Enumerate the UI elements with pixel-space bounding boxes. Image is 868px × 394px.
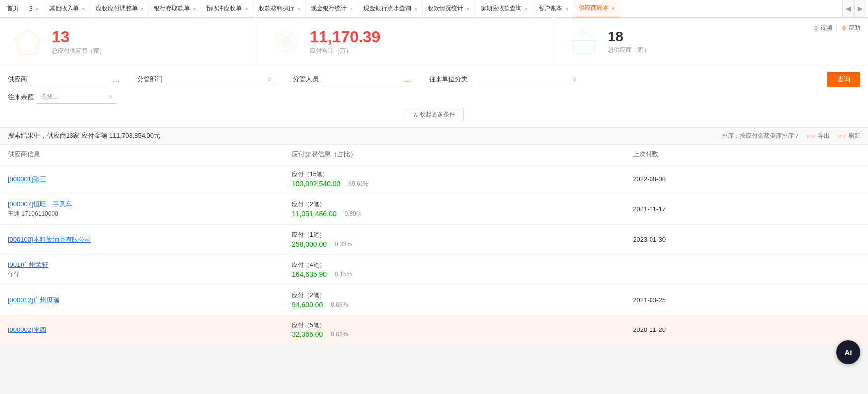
svg-marker-1 bbox=[19, 33, 37, 52]
nav-tab-3-label: 3 bbox=[29, 5, 33, 12]
payable-total-label: 应付合计（万） bbox=[310, 47, 380, 55]
last-pay-date-0: 2022-08-08 bbox=[633, 175, 666, 183]
results-bar: 搜索结果中，供应商13家 应付金额 111,703,854.00元 排序：按应付… bbox=[0, 128, 868, 145]
balance-filter-select[interactable]: 选择... ∨ bbox=[37, 91, 116, 104]
payable-percent-0: 89.61% bbox=[348, 180, 368, 187]
nav-tab-cash-bank-stats[interactable]: 现金银行统计 × bbox=[306, 0, 358, 18]
filter-section: 供应商 ... 分管部门 ∨ 分管人员 ... 往来单位分类 ∨ 查询 bbox=[0, 66, 868, 128]
payable-info-3: 应付（4笔） 164,635.90 0.15% bbox=[292, 261, 633, 278]
nav-tab-overdue[interactable]: 超期应收款查询 × bbox=[475, 0, 533, 18]
supplier-info-0: [000001]张三 bbox=[8, 175, 292, 184]
payable-percent-3: 0.15% bbox=[335, 271, 352, 278]
query-button[interactable]: 查询 bbox=[827, 72, 860, 87]
nav-tab-bank-deposit[interactable]: 银行存取款单 × bbox=[149, 0, 201, 18]
nav-tab-home-label: 首页 bbox=[7, 4, 19, 13]
supplier-link-4[interactable]: [000012]广州贝瑞 bbox=[8, 296, 292, 305]
nav-tab-cash-bank-stats-close[interactable]: × bbox=[350, 6, 353, 12]
payable-row-3: 164,635.90 0.15% bbox=[292, 270, 633, 278]
nav-tab-cash-flow[interactable]: 现金银行流水查询 × bbox=[359, 0, 423, 18]
balance-dropdown-icon: ∨ bbox=[109, 94, 112, 100]
table-row-highlighted: [000002]李四 应付（5笔） 32,366.00 0.03% 2020-1… bbox=[0, 315, 868, 345]
payable-suppliers-label: 总应付供应商（家） bbox=[52, 47, 105, 55]
payable-label-3: 应付（4笔） bbox=[292, 261, 633, 269]
table-header: 供应商信息 应付交易信息（占比） 上次付数 bbox=[0, 145, 868, 164]
supplier-link-2[interactable]: [000100]本特勤油品有限公司 bbox=[8, 235, 292, 244]
nav-tab-3-close[interactable]: × bbox=[36, 6, 39, 12]
nav-tab-customer-ledger[interactable]: 客户账本 × bbox=[533, 0, 574, 18]
results-summary-text: 搜索结果中，供应商13家 应付金额 111,703,854.00元 bbox=[8, 131, 160, 140]
payable-percent-1: 9.89% bbox=[345, 210, 362, 217]
person-filter-dots[interactable]: ... bbox=[404, 75, 411, 84]
svg-point-4 bbox=[285, 42, 295, 52]
nav-tab-adjustment-close[interactable]: × bbox=[141, 6, 144, 12]
nav-tab-home[interactable]: 首页 bbox=[2, 0, 24, 18]
nav-tab-other-income-close[interactable]: × bbox=[82, 6, 85, 12]
card-content-total-suppliers: 18 总供应商（家） bbox=[608, 30, 650, 54]
category-dropdown-icon: ∨ bbox=[573, 76, 576, 82]
supplier-link-1[interactable]: [000007]恒旺二手叉车 bbox=[8, 200, 292, 209]
nav-tab-bank-deposit-label: 银行存取款单 bbox=[154, 4, 190, 13]
payable-row-5: 32,366.00 0.03% bbox=[292, 330, 633, 338]
svg-point-5 bbox=[277, 42, 287, 52]
nav-tab-collection-close[interactable]: × bbox=[297, 6, 300, 12]
nav-tab-collection[interactable]: 收款核销执行 × bbox=[254, 0, 306, 18]
nav-right-arrow[interactable]: ▶ bbox=[854, 0, 866, 18]
dept-filter-select[interactable]: ∨ bbox=[166, 74, 275, 84]
payable-row-0: 100,092,540.00 89.61% bbox=[292, 180, 633, 188]
help-link[interactable]: ⊙ 帮助 bbox=[842, 24, 860, 32]
payable-info-2: 应付（1笔） 258,000.00 0.23% bbox=[292, 231, 633, 248]
refresh-label: 刷新 bbox=[848, 132, 860, 140]
payable-amount-3: 164,635.90 bbox=[292, 270, 327, 278]
top-right-links: ⊙ 视频 | ⊙ 帮助 bbox=[813, 24, 860, 32]
payable-row-2: 258,000.00 0.23% bbox=[292, 240, 633, 248]
video-link[interactable]: ⊙ 视频 bbox=[813, 24, 832, 32]
filter-item-balance: 往来余额 选择... ∨ bbox=[8, 91, 116, 104]
supplier-info-3: [001]广州荣轩 仔仔 bbox=[8, 261, 292, 279]
nav-tab-prepaid-label: 预收冲应收单 bbox=[206, 4, 242, 13]
nav-tab-prepaid[interactable]: 预收冲应收单 × bbox=[201, 0, 253, 18]
supplier-filter-input[interactable] bbox=[30, 73, 110, 85]
supplier-link-5[interactable]: [000002]李四 bbox=[8, 326, 292, 334]
card-icon-diamond bbox=[12, 26, 44, 58]
nav-tab-adjustment[interactable]: 应收应付调整单 × bbox=[91, 0, 149, 18]
total-suppliers-number: 18 bbox=[608, 30, 650, 44]
payable-amount-5: 32,366.00 bbox=[292, 330, 323, 338]
payable-info-5: 应付（5笔） 32,366.00 0.03% bbox=[292, 321, 633, 338]
export-button[interactable]: ○ 导出 bbox=[807, 132, 830, 140]
last-pay-date-4: 2021-03-25 bbox=[633, 296, 666, 304]
nav-tab-collection-stats-close[interactable]: × bbox=[466, 6, 469, 12]
category-filter-select[interactable]: ∨ bbox=[471, 74, 580, 84]
card-content-payable-suppliers: 13 总应付供应商（家） bbox=[52, 29, 105, 55]
nav-tab-customer-ledger-close[interactable]: × bbox=[565, 6, 568, 12]
filter-item-dept: 分管部门 ∨ bbox=[137, 74, 275, 84]
nav-tab-cash-bank-stats-label: 现金银行统计 bbox=[311, 4, 347, 13]
data-table: 供应商信息 应付交易信息（占比） 上次付数 [000001]张三 应付（15笔）… bbox=[0, 145, 868, 345]
last-pay-1: 2021-11-17 bbox=[633, 205, 860, 213]
nav-left-arrow[interactable]: ◀ bbox=[842, 0, 854, 18]
last-pay-date-1: 2021-11-17 bbox=[633, 205, 666, 213]
nav-tab-prepaid-close[interactable]: × bbox=[245, 6, 248, 12]
sort-dropdown[interactable]: 排序：按应付余额倒序排序 ∨ bbox=[722, 132, 799, 140]
nav-tab-other-income[interactable]: 其他收入单 × bbox=[44, 0, 90, 18]
payable-total-number: 11,170.39 bbox=[310, 29, 380, 45]
results-right-actions: 排序：按应付余额倒序排序 ∨ ○ 导出 ○ 刷新 bbox=[722, 132, 860, 140]
sort-dropdown-icon: ∨ bbox=[795, 132, 799, 139]
nav-tab-3[interactable]: 3 × bbox=[24, 0, 44, 18]
collapse-button[interactable]: ∧ 收起更多条件 bbox=[405, 108, 464, 121]
nav-tab-collection-stats[interactable]: 收款情况统计 × bbox=[423, 0, 475, 18]
supplier-link-3[interactable]: [001]广州荣轩 bbox=[8, 261, 292, 269]
nav-tab-overdue-close[interactable]: × bbox=[525, 6, 528, 12]
nav-tab-bank-deposit-close[interactable]: × bbox=[193, 6, 196, 12]
supplier-link-0[interactable]: [000001]张三 bbox=[8, 175, 292, 184]
person-filter-input[interactable] bbox=[322, 73, 401, 85]
nav-tab-cash-flow-close[interactable]: × bbox=[414, 6, 417, 12]
supplier-filter-dots[interactable]: ... bbox=[113, 75, 119, 84]
supplier-info-2: [000100]本特勤油品有限公司 bbox=[8, 235, 292, 244]
refresh-button[interactable]: ○ 刷新 bbox=[838, 132, 861, 140]
nav-tab-supplier-ledger-close[interactable]: × bbox=[612, 5, 615, 11]
col-header-lastpay: 上次付数 bbox=[633, 150, 860, 159]
supplier-info-4: [000012]广州贝瑞 bbox=[8, 296, 292, 305]
nav-tab-supplier-ledger[interactable]: 供应商账本 × bbox=[574, 0, 620, 18]
last-pay-date-2: 2023-01-30 bbox=[633, 236, 666, 243]
export-label: 导出 bbox=[818, 132, 830, 140]
